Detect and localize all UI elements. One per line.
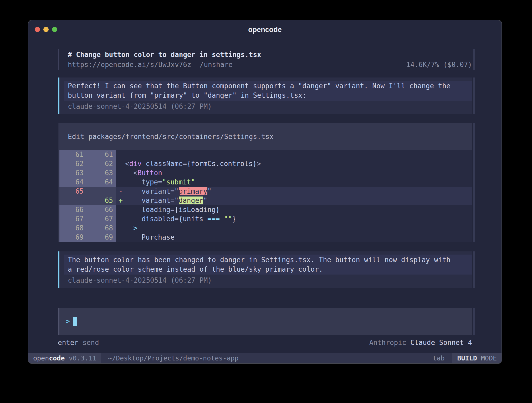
model-name: Claude Sonnet 4 — [410, 339, 472, 347]
diff-row: 65+ variant="danger" — [59, 196, 472, 205]
diff-row: 6161 — [59, 150, 472, 159]
session-header-row: https://opencode.ai/s/UwJxv76z/unshare 1… — [68, 60, 472, 70]
message-line: Perfect! I can see that the Button compo… — [68, 81, 468, 91]
diff-change-marker: + — [116, 196, 125, 205]
tab-key-hint[interactable]: tab — [433, 354, 444, 362]
context-stats: 14.6K/7% ($0.07) — [406, 60, 472, 70]
code-token-txt: {formCs.controls} — [187, 160, 257, 168]
mode-rest: MODE — [477, 354, 497, 362]
code-token-delhl: primary — [179, 187, 208, 195]
code-token-txt: " — [175, 187, 179, 195]
code-token-txt — [125, 206, 142, 214]
unshare-command[interactable]: /unshare — [200, 61, 233, 69]
code-token-pn: = — [170, 206, 175, 214]
code-token-txt — [125, 197, 142, 204]
model-name-spacer — [406, 339, 411, 347]
code-token-attr: type — [142, 178, 158, 186]
prompt-input[interactable]: > — [58, 308, 472, 335]
diff-new-line-number: 69 — [87, 233, 116, 242]
code-token-txt — [125, 215, 142, 223]
code-token-op: === — [207, 215, 220, 223]
diff-old-line-number: 69 — [59, 233, 87, 242]
code-token-attr: variant — [142, 187, 171, 195]
code-token-pn: = — [183, 160, 187, 168]
code-token-txt: " — [175, 197, 179, 204]
diff-old-line-number: 63 — [59, 168, 87, 178]
working-directory: ~/Desktop/Projects/demo-notes-app — [108, 354, 239, 362]
code-token-txt: " — [207, 187, 212, 195]
diff-code-line — [125, 150, 472, 159]
diff-old-line-number: 66 — [59, 205, 87, 214]
send-action-label — [78, 339, 83, 347]
model-indicator: Anthropic Claude Sonnet 4 — [369, 338, 472, 347]
share-url-link[interactable]: https://opencode.ai/s/UwJxv76z — [68, 61, 191, 69]
diff-code-line: variant="danger" — [125, 196, 472, 205]
code-token-txt — [142, 160, 146, 168]
zoom-button[interactable] — [52, 27, 57, 32]
code-token-attr: disabled — [142, 215, 175, 223]
code-token-txt: " — [203, 197, 207, 204]
code-token-txt: } — [232, 215, 236, 223]
window-controls — [35, 27, 57, 32]
diff-new-line-number: 67 — [87, 214, 116, 224]
close-button[interactable] — [35, 27, 40, 32]
diff-new-line-number: 61 — [87, 150, 116, 159]
provider-label: Anthropic — [369, 339, 406, 347]
assistant-message: Perfect! I can see that the Button compo… — [58, 78, 472, 114]
send-hint: enter send — [58, 338, 99, 347]
diff-change-marker — [116, 205, 125, 214]
diff-change-marker — [116, 159, 125, 168]
code-token-addhl: danger — [179, 197, 203, 204]
diff-row: 65- variant="primary" — [59, 187, 472, 196]
diff-change-marker — [116, 168, 125, 178]
diff-row: 6868 > — [59, 224, 472, 233]
code-token-str: "" — [224, 215, 232, 223]
session-header: # Change button color to danger in setti… — [58, 49, 472, 70]
app-version-chip: opencode v0.3.11 — [28, 353, 101, 363]
message-line: The button color has been changed to dan… — [68, 255, 468, 265]
window-titlebar: opencode — [28, 20, 502, 38]
code-token-tag: div — [129, 160, 142, 168]
send-label: send — [83, 339, 99, 347]
diff-code-line: loading={isLoading} — [125, 205, 472, 214]
app-version-spacer — [65, 354, 69, 362]
code-token-pn: < — [125, 160, 129, 168]
code-token-txt: {isLoading} — [175, 206, 220, 214]
status-bar: opencode v0.3.11 ~/Desktop/Projects/demo… — [28, 353, 502, 363]
message-line: a red/rose color scheme instead of the b… — [68, 265, 468, 274]
diff-new-line-number: 64 — [87, 178, 116, 187]
diff-new-line-number: 66 — [87, 205, 116, 214]
diff-change-marker — [116, 233, 125, 242]
mode-bold: BUILD — [457, 354, 477, 362]
diff-old-line-number: 65 — [59, 187, 87, 196]
edit-tool-block: Edit packages/frontend/src/containers/Se… — [58, 123, 472, 242]
mode-chip[interactable]: BUILD MODE — [452, 353, 502, 363]
code-token-pn: < — [125, 169, 137, 177]
diff-row: 6969 Purchase — [59, 233, 472, 242]
diff-change-marker: - — [116, 187, 125, 196]
diff-change-marker — [116, 178, 125, 187]
code-token-op: > — [125, 224, 137, 232]
diff-old-line-number: 67 — [59, 214, 87, 224]
diff-row: 6464 type="submit" — [59, 178, 472, 187]
code-token-pn: = — [170, 197, 175, 204]
diff-code-line: disabled={units === ""} — [125, 214, 472, 224]
code-token-str: "submit" — [162, 178, 195, 186]
diff-change-marker — [116, 214, 125, 224]
minimize-button[interactable] — [43, 27, 49, 32]
code-token-tag: Button — [137, 169, 162, 177]
text-cursor — [73, 317, 77, 326]
diff-new-line-number: 63 — [87, 168, 116, 178]
desktop-canvas: { "window": { "title": "opencode" }, "sh… — [0, 0, 532, 403]
code-token-pn: = — [158, 178, 162, 186]
message-paragraph: Perfect! I can see that the Button compo… — [64, 81, 472, 101]
prompt-symbol: > — [66, 317, 70, 325]
code-token-attr: loading — [142, 206, 171, 214]
diff-view: 61616262<div className={formCs.controls}… — [59, 150, 472, 242]
message-paragraph: The button color has been changed to dan… — [64, 255, 472, 275]
diff-code-line: <div className={formCs.controls}> — [125, 159, 472, 168]
diff-row: 6363 <Button — [59, 168, 472, 178]
diff-old-line-number — [59, 196, 87, 205]
diff-code-line: <Button — [125, 168, 472, 178]
diff-new-line-number: 65 — [87, 196, 116, 205]
